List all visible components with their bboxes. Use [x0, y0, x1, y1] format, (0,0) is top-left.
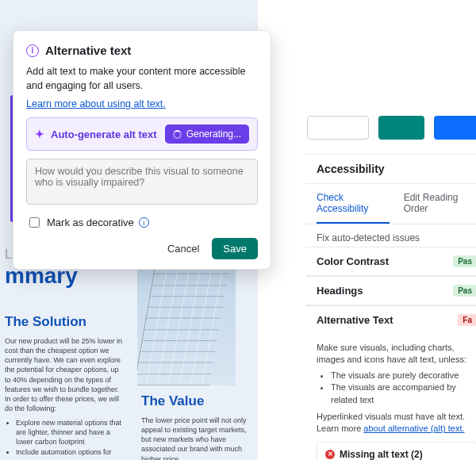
doc-paragraph-value: The lower price point will not only appe… — [141, 416, 252, 460]
status-badge-pass: Pas — [453, 255, 476, 267]
alt-text-description: Make sure visuals, including charts, ima… — [305, 334, 476, 435]
check-label: Alternative Text — [317, 314, 393, 326]
doc-column-solution: The Solution Our new product will be 25%… — [5, 314, 124, 457]
info-icon[interactable]: i — [139, 217, 149, 228]
toolbar-button-outline[interactable] — [307, 116, 369, 140]
check-label: Headings — [317, 285, 363, 297]
alt-text-bullet: The visuals are accompanied by related t… — [331, 381, 476, 406]
alt-text-hyperlink-note: Hyperlinked visuals must have alt text. — [317, 411, 476, 423]
auto-generate-label: Auto-generate alt text — [51, 128, 157, 140]
mark-decorative-checkbox[interactable] — [29, 217, 40, 228]
fix-issues-header: Fix auto-detected issues — [305, 224, 476, 247]
mark-decorative-row: Mark as decorative i — [26, 215, 258, 230]
spinner-icon — [173, 130, 182, 139]
modal-title-text: Alternative text — [45, 44, 131, 57]
tab-check-accessibility[interactable]: Check Accessibility — [317, 192, 390, 224]
alt-text-modal: i Alternative text Add alt text to make … — [13, 30, 271, 270]
doc-paragraph-solution: Our new product will be 25% lower in cos… — [5, 336, 124, 413]
generating-label: Generating... — [186, 128, 241, 140]
generating-button[interactable]: Generating... — [165, 125, 249, 144]
doc-column-value: The Value The lower price point will not… — [141, 393, 252, 460]
panel-title: Accessibility — [305, 154, 476, 184]
doc-bullet: Explore new material options that are li… — [16, 418, 124, 447]
auto-generate-bar: ✦ Auto-generate alt text Generating... — [26, 117, 258, 151]
doc-heading-value: The Value — [141, 393, 252, 409]
info-icon: i — [26, 44, 39, 57]
tab-edit-reading-order[interactable]: Edit Reading Order — [404, 192, 476, 224]
mark-decorative-label: Mark as decorative — [47, 217, 134, 228]
error-icon — [325, 450, 335, 459]
panel-tabs: Check Accessibility Edit Reading Order — [305, 184, 476, 224]
alt-text-learn-link[interactable]: about alternative (alt) text. — [363, 424, 464, 433]
status-badge-pass: Pas — [453, 285, 476, 297]
alt-text-bullet: The visuals are purely decorative — [331, 370, 476, 381]
alt-text-textarea[interactable] — [26, 159, 258, 205]
alt-text-learn-more: Learn more about alternative (alt) text. — [317, 423, 476, 435]
modal-title: i Alternative text — [26, 44, 258, 57]
sparkle-icon: ✦ — [35, 128, 44, 140]
modal-description: Add alt text to make your content more a… — [26, 65, 258, 93]
toolbar-button-teal[interactable] — [378, 116, 424, 140]
cancel-button[interactable]: Cancel — [163, 242, 204, 255]
alt-text-desc-line: Make sure visuals, including charts, ima… — [317, 342, 476, 366]
learn-more-link[interactable]: Learn more about using alt text. — [26, 98, 166, 109]
check-color-contrast[interactable]: Color Contrast Pas — [305, 247, 476, 276]
save-button[interactable]: Save — [212, 238, 258, 259]
toolbar-button-blue[interactable] — [434, 116, 476, 140]
doc-bullet: Include automation options for — [16, 447, 124, 457]
doc-heading-solution: The Solution — [5, 314, 124, 330]
check-headings[interactable]: Headings Pas — [305, 276, 476, 305]
check-label: Color Contrast — [317, 255, 389, 267]
check-alternative-text[interactable]: Alternative Text Fa — [305, 305, 476, 334]
modal-actions: Cancel Save — [26, 238, 258, 259]
missing-alt-text-header[interactable]: Missing alt text (2) — [325, 449, 468, 460]
status-badge-fail: Fa — [458, 314, 476, 326]
missing-alt-text-group: Missing alt text (2) Image: Missing alt … — [317, 442, 476, 460]
missing-header-label: Missing alt text (2) — [340, 449, 423, 460]
accessibility-panel: Accessibility Check Accessibility Edit R… — [305, 154, 476, 460]
